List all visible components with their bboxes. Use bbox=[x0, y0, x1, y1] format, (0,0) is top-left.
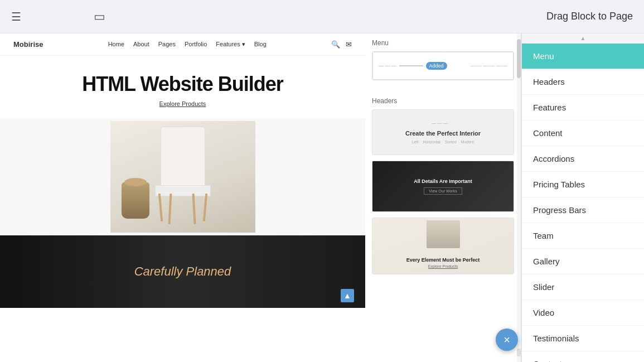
panel-scrollbar-thumb[interactable] bbox=[517, 39, 521, 78]
dark-thumb-overlay bbox=[372, 161, 514, 211]
sidebar-item-slider-label: Slider bbox=[533, 282, 554, 292]
dark-thumb-inner: All Details Are Important View Our Works bbox=[372, 161, 514, 211]
website-preview: Mobirise Home About Pages Portfolio Feat… bbox=[0, 33, 365, 362]
scroll-up-button[interactable]: ▲ bbox=[341, 289, 354, 302]
sidebar-item-team-label: Team bbox=[533, 231, 554, 240]
sidebar-item-testimonials-label: Testimonials bbox=[533, 334, 579, 343]
main-area: Mobirise Home About Pages Portfolio Feat… bbox=[0, 33, 644, 362]
mobi-logo: Mobirise bbox=[13, 40, 43, 49]
sidebar-item-contacts-label: Contacts bbox=[533, 359, 566, 362]
menu-thumb-bar bbox=[399, 65, 423, 66]
sidebar-scroll-up-arrow: ▲ bbox=[580, 35, 586, 41]
menu-section-label: Menu bbox=[372, 39, 514, 47]
sidebar-scroll-up[interactable]: ▲ bbox=[522, 33, 644, 44]
light-interior-thumbnail[interactable]: Every Element Must be Perfect Explore Pr… bbox=[372, 218, 514, 274]
sidebar-item-slider[interactable]: Slider bbox=[522, 274, 644, 300]
sidebar-item-testimonials[interactable]: Testimonials bbox=[522, 326, 644, 351]
nav-link-pages[interactable]: Pages bbox=[158, 41, 176, 48]
sidebar-item-pricing-tables-label: Pricing Tables bbox=[533, 180, 585, 189]
headers-thumb-sub: LeftHorizontalSortedModern bbox=[412, 140, 474, 144]
sidebar-item-headers-label: Headers bbox=[533, 77, 565, 86]
chair-back bbox=[161, 127, 205, 188]
sidebar: ▲ Menu Headers Features Content Accordio… bbox=[521, 33, 644, 362]
headers-section-label: Headers bbox=[372, 97, 514, 105]
chair-leg-1 bbox=[158, 194, 162, 221]
added-badge: Added bbox=[426, 62, 447, 70]
mobi-links: Home About Pages Portfolio Features ▾ Bl… bbox=[108, 41, 267, 48]
chair-leg-4 bbox=[192, 194, 196, 224]
sidebar-item-menu-label: Menu bbox=[533, 51, 554, 61]
dark-thumb-bg: All Details Are Important View Our Works bbox=[372, 161, 514, 211]
top-bar-left: ☰ bbox=[11, 10, 21, 23]
phone-icon: ▭ bbox=[94, 9, 105, 24]
top-bar: ☰ ▭ Drag Block to Page bbox=[0, 0, 644, 33]
menu-block-section: Menu — — — Added bbox=[365, 33, 521, 91]
sidebar-item-menu[interactable]: Menu bbox=[522, 44, 644, 69]
light-thumb-title: Every Element Must be Perfect bbox=[406, 257, 480, 263]
headers-thumb-inner: — — — Create the Perfect Interior LeftHo… bbox=[372, 110, 514, 155]
nav-link-blog[interactable]: Blog bbox=[254, 41, 267, 48]
sidebar-item-gallery[interactable]: Gallery bbox=[522, 249, 644, 274]
light-thumb-img bbox=[427, 220, 460, 248]
sidebar-item-pricing-tables[interactable]: Pricing Tables bbox=[522, 172, 644, 197]
headers-thumb-nav: — — — bbox=[432, 120, 454, 126]
top-bar-center: ▭ bbox=[94, 9, 105, 24]
menu-thumb-brand: — — — bbox=[379, 63, 396, 69]
top-bar-right: Drag Block to Page bbox=[178, 11, 633, 22]
sidebar-item-features[interactable]: Features bbox=[522, 95, 644, 120]
sidebar-item-features-label: Features bbox=[533, 103, 566, 112]
basket bbox=[122, 182, 149, 219]
menu-thumb-lines bbox=[471, 66, 507, 66]
mobi-icons: 🔍 ✉ bbox=[331, 40, 352, 49]
chair-leg-2 bbox=[202, 194, 207, 221]
sidebar-item-gallery-label: Gallery bbox=[533, 257, 560, 266]
sidebar-item-content[interactable]: Content bbox=[522, 120, 644, 146]
nav-link-about[interactable]: About bbox=[133, 41, 149, 48]
email-icon[interactable]: ✉ bbox=[346, 40, 352, 49]
headers-thumb-title: Create the Perfect Interior bbox=[405, 130, 481, 137]
mobi-nav: Mobirise Home About Pages Portfolio Feat… bbox=[0, 33, 365, 56]
close-icon: × bbox=[503, 334, 510, 346]
sidebar-item-headers[interactable]: Headers bbox=[522, 69, 644, 95]
sidebar-item-content-label: Content bbox=[533, 128, 563, 138]
light-thumb-wrapper: Every Element Must be Perfect Explore Pr… bbox=[372, 218, 514, 274]
close-button[interactable]: × bbox=[496, 329, 518, 351]
sidebar-item-accordions-label: Accordions bbox=[533, 154, 574, 163]
sidebar-item-team[interactable]: Team bbox=[522, 223, 644, 249]
light-thumb-btn: Explore Products bbox=[428, 264, 458, 268]
nav-link-home[interactable]: Home bbox=[108, 41, 124, 48]
sidebar-item-accordions[interactable]: Accordions bbox=[522, 146, 644, 172]
hero-title: HTML Website Builder bbox=[11, 73, 354, 96]
menu-thumbnail[interactable]: — — — Added bbox=[372, 51, 514, 80]
panel-scrollbar-bottom[interactable] bbox=[517, 349, 521, 356]
hamburger-icon[interactable]: ☰ bbox=[11, 10, 21, 23]
dark-section: Carefully Planned ▲ bbox=[0, 235, 365, 308]
sidebar-item-progress-bars[interactable]: Progress Bars bbox=[522, 197, 644, 223]
headers-block-section: Headers — — — Create the Perfect Interio… bbox=[365, 91, 521, 286]
hero-subtitle: Explore Products bbox=[11, 100, 354, 107]
headers-thumbnail-1[interactable]: — — — Create the Perfect Interior LeftHo… bbox=[372, 109, 514, 155]
nav-link-portfolio[interactable]: Portfolio bbox=[185, 41, 207, 48]
menu-thumb-inner: — — — Added bbox=[372, 52, 514, 80]
hero-section: HTML Website Builder Explore Products bbox=[0, 56, 365, 118]
sidebar-item-video-label: Video bbox=[533, 308, 554, 317]
nav-link-features[interactable]: Features ▾ bbox=[216, 41, 245, 48]
sidebar-item-video[interactable]: Video bbox=[522, 300, 644, 326]
dark-thumb-btn: View Our Works bbox=[424, 187, 462, 195]
dark-section-text: Carefully Planned bbox=[134, 264, 231, 279]
drag-block-label: Drag Block to Page bbox=[546, 11, 633, 22]
sidebar-item-progress-bars-label: Progress Bars bbox=[533, 205, 586, 215]
sidebar-item-contacts[interactable]: Contacts bbox=[522, 351, 644, 362]
preview-panel: Mobirise Home About Pages Portfolio Feat… bbox=[0, 33, 365, 362]
panel-scrollbar-track[interactable] bbox=[517, 33, 521, 362]
search-icon[interactable]: 🔍 bbox=[331, 40, 340, 49]
dark-interior-thumbnail[interactable]: All Details Are Important View Our Works bbox=[372, 161, 514, 212]
chair-section bbox=[0, 118, 365, 235]
chair-leg-3 bbox=[168, 194, 172, 224]
basket-handle bbox=[124, 178, 147, 186]
chair-image bbox=[110, 121, 255, 233]
blocks-panel[interactable]: Menu — — — Added Headers bbox=[365, 33, 521, 362]
chair-seat bbox=[155, 185, 211, 196]
dark-thumb-title: All Details Are Important bbox=[414, 178, 472, 184]
